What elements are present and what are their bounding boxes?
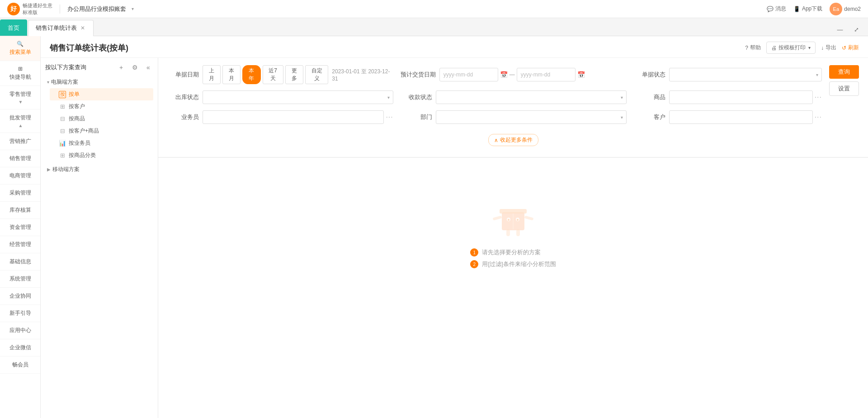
empty-tip-2: 2 用[过滤]条件来缩小分析范围 (470, 260, 556, 268)
date-btn-custom[interactable]: 自定义 (305, 65, 328, 84)
sidebar-item-enterprise[interactable]: 企业协同 (0, 288, 40, 305)
filter-area: 单据日期 上月 本月 本年 近7天 更多 自定义 (158, 58, 868, 158)
minimize-icon[interactable]: — (834, 23, 846, 36)
logo-text: 畅捷通好生意 标准版 (23, 2, 52, 15)
divider (60, 5, 60, 14)
scheme-item-goods-icon: ⊟ (59, 115, 66, 123)
filter-row-1: 单据日期 上月 本月 本年 近7天 更多 自定义 (167, 65, 822, 84)
tab-sales-order-stats[interactable]: 销售订单统计表 ✕ (28, 20, 94, 36)
tabbar: 首页 销售订单统计表 ✕ — ⤢ (0, 18, 868, 36)
sidebar-item-wholesale[interactable]: 批发管理 ▲ (0, 109, 40, 133)
sidebar-item-wechat[interactable]: 企业微信 (0, 339, 40, 356)
date-label: 单据日期 (167, 71, 199, 79)
help-btn[interactable]: ? 帮助 (745, 44, 761, 52)
sidebar-item-app-center[interactable]: 应用中心 (0, 322, 40, 339)
date-btn-last-month[interactable]: 上月 (203, 65, 221, 84)
export-btn[interactable]: ↓ 导出 (821, 44, 836, 52)
collapse-icon: ∧ (494, 137, 498, 143)
department-label: 部门 (401, 113, 432, 121)
content-inner: 按以下方案查询 + ⚙ « ▾ 电脑端方案 (41, 58, 868, 418)
help-icon: ? (745, 45, 748, 51)
tab-close-icon[interactable]: ✕ (80, 25, 86, 31)
sidebar-item-retail[interactable]: 零售管理 ▼ (0, 86, 40, 109)
scheme-tree: ▾ 电脑端方案 按 按单 ⊞ 按客户 (45, 76, 153, 176)
payment-status-select[interactable] (436, 90, 627, 104)
topbar: 好 畅捷通好生意 标准版 办公用品行业模拟账套 ▾ 💬 消息 📱 App下载 E… (0, 0, 868, 18)
add-scheme-btn[interactable]: + (116, 62, 126, 72)
tab-sales-label: 销售订单统计表 (36, 24, 77, 32)
query-btn[interactable]: 查询 (829, 65, 859, 79)
print-btn[interactable]: 🖨 按模板打印 ▾ (766, 42, 816, 54)
collapse-btn[interactable]: ∧ 收起更多条件 (488, 134, 538, 146)
maximize-icon[interactable]: ⤢ (850, 23, 863, 36)
cal-icon-start: 📅 (500, 71, 508, 78)
svg-point-4 (508, 219, 509, 221)
sidebar-item-management[interactable]: 经营管理 (0, 236, 40, 253)
scheme-items-desktop: 按 按单 ⊞ 按客户 ⊟ 按商品 (50, 88, 153, 162)
avatar: Ea (830, 3, 842, 15)
message-btn[interactable]: 💬 消息 (767, 5, 786, 13)
collapse-panel-btn[interactable]: « (143, 62, 153, 72)
topbar-right: 💬 消息 📱 App下载 Ea demo2 (767, 3, 861, 15)
sidebar-item-search[interactable]: 🔍 搜索菜单 (0, 36, 40, 61)
settings-btn[interactable]: 设置 (829, 81, 859, 96)
sidebar-item-newbie[interactable]: 新手引导 (0, 305, 40, 322)
left-panel-title: 按以下方案查询 (45, 63, 86, 71)
salesperson-input[interactable] (203, 110, 384, 124)
app-name: 办公用品行业模拟账套 (67, 5, 126, 13)
department-select[interactable] (436, 110, 627, 124)
svg-rect-9 (516, 229, 520, 236)
app-dropdown-icon[interactable]: ▾ (132, 6, 134, 11)
order-status-select-wrapper: ▾ (669, 68, 822, 81)
group-expand-icon: ▾ (47, 80, 49, 85)
scheme-item-by-goods[interactable]: ⊟ 按商品 (50, 113, 153, 125)
customer-more-icon[interactable]: ··· (815, 113, 822, 121)
order-status-select[interactable] (669, 68, 822, 81)
scheme-group-mobile-title[interactable]: ▶ 移动端方案 (45, 163, 153, 176)
scheme-item-by-salesperson[interactable]: 📊 按业务员 (50, 137, 153, 149)
sidebar-item-ecommerce[interactable]: 电商管理 (0, 167, 40, 185)
scheme-item-by-goods-category[interactable]: ⊞ 按商品分类 (50, 149, 153, 162)
user-profile[interactable]: Ea demo2 (830, 3, 861, 15)
left-scheme-panel: 按以下方案查询 + ⚙ « ▾ 电脑端方案 (41, 58, 158, 418)
svg-rect-7 (524, 216, 534, 221)
sidebar-item-inventory[interactable]: 库存核算 (0, 202, 40, 219)
shipment-status-select[interactable] (203, 90, 393, 104)
print-dropdown-icon: ▾ (808, 45, 811, 50)
date-separator: — (509, 71, 515, 78)
goods-input[interactable] (669, 90, 813, 104)
date-btn-this-month[interactable]: 本月 (222, 65, 241, 84)
scheme-item-customer-goods-icon: ⊟ (59, 128, 66, 135)
sidebar-item-marketing[interactable]: 营销推广 (0, 133, 40, 150)
settings-scheme-btn[interactable]: ⚙ (130, 62, 140, 72)
scheme-item-by-customer[interactable]: ⊞ 按客户 (50, 100, 153, 113)
expected-date-end-input[interactable] (517, 68, 576, 81)
date-btn-more[interactable]: 更多 (285, 65, 303, 84)
expected-date-label: 预计交货日期 (401, 71, 436, 79)
scheme-item-by-customer-goods[interactable]: ⊟ 按客户+商品 (50, 125, 153, 137)
logo-area: 好 畅捷通好生意 标准版 (7, 2, 52, 15)
customer-input[interactable] (669, 110, 813, 124)
app-download-btn[interactable]: 📱 App下载 (793, 5, 822, 13)
sidebar-item-system[interactable]: 系统管理 (0, 271, 40, 288)
date-btn-this-year[interactable]: 本年 (242, 65, 260, 84)
tab-home[interactable]: 首页 (0, 19, 27, 36)
sidebar-item-basic-info[interactable]: 基础信息 (0, 253, 40, 271)
goods-more-icon[interactable]: ··· (815, 93, 822, 101)
scheme-item-by-order[interactable]: 按 按单 (50, 88, 153, 100)
right-filter-panel: 单据日期 上月 本月 本年 近7天 更多 自定义 (158, 58, 868, 418)
sidebar-item-finance[interactable]: 资金管理 (0, 219, 40, 236)
shipment-status-label: 出库状态 (167, 93, 199, 101)
expected-date-start-input[interactable] (439, 68, 498, 81)
goods-label: 商品 (634, 93, 665, 101)
sidebar-item-purchase[interactable]: 采购管理 (0, 185, 40, 202)
salesperson-more-icon[interactable]: ··· (386, 113, 393, 121)
sidebar-item-member[interactable]: 畅会员 (0, 356, 40, 374)
sidebar-item-sales[interactable]: 销售管理 (0, 150, 40, 167)
refresh-btn[interactable]: ↺ 刷新 (842, 44, 859, 52)
scheme-item-customer-icon: ⊞ (59, 103, 66, 110)
sidebar-item-quick-nav[interactable]: ⊞ 快捷导航 (0, 61, 40, 86)
scheme-group-desktop-title[interactable]: ▾ 电脑端方案 (45, 76, 153, 88)
date-btn-7days[interactable]: 近7天 (263, 65, 283, 84)
order-status-label: 单据状态 (634, 71, 665, 79)
